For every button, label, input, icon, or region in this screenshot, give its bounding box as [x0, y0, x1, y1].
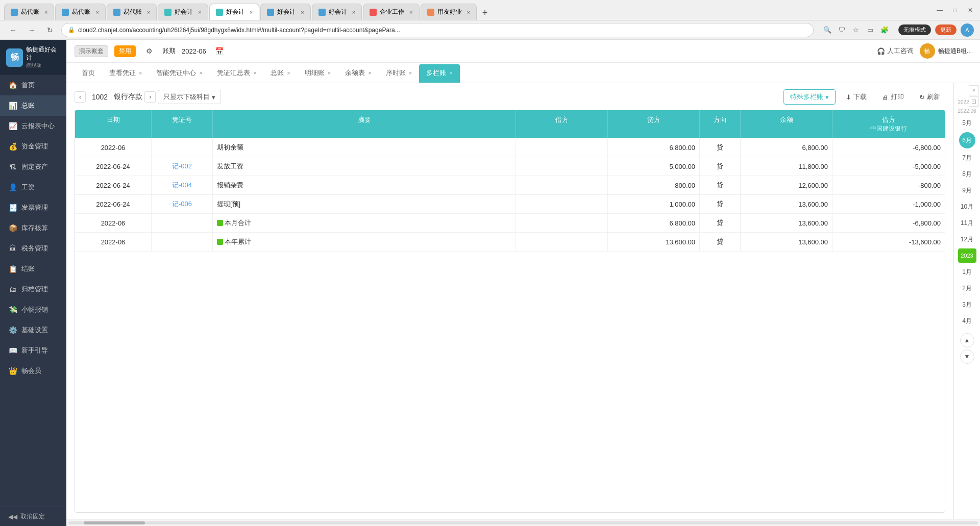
sidebar-item-archive[interactable]: 🗂 归档管理	[0, 279, 66, 299]
tab-close-icon[interactable]: ×	[467, 9, 470, 15]
tab-close-icon[interactable]: ×	[139, 70, 142, 76]
sidebar-item-tax[interactable]: 🏛 税务管理	[0, 238, 66, 259]
sidebar-item-settings[interactable]: ⚙️ 基础设置	[0, 320, 66, 340]
horizontal-scrollbar[interactable]	[66, 519, 980, 526]
tab-close-icon[interactable]: ×	[301, 9, 304, 15]
month-7[interactable]: 7月	[957, 151, 977, 165]
sidebar-item-funds[interactable]: 💰 资金管理	[0, 136, 66, 157]
sidebar-toggle-icon[interactable]: ▭	[865, 24, 876, 36]
multi-col-button[interactable]: 特殊多栏账 ▾	[783, 89, 836, 105]
tab-yidaizhang-3[interactable]: 易代账 ×	[107, 4, 157, 20]
shield-icon[interactable]: 🛡	[836, 24, 847, 36]
tab-balance[interactable]: 余额表 ×	[338, 64, 378, 83]
tab-close-icon[interactable]: ×	[368, 70, 371, 76]
tab-multi-col[interactable]: 多栏账 ×	[419, 64, 459, 83]
tab-close-icon[interactable]: ×	[409, 70, 412, 76]
month-11[interactable]: 11月	[957, 216, 977, 230]
tab-close-icon[interactable]: ×	[198, 9, 201, 15]
tab-haohuiji-2[interactable]: 好会计 ×	[209, 4, 259, 20]
tab-close-icon[interactable]: ×	[199, 70, 202, 76]
download-button[interactable]: ⬇ 下载	[841, 90, 872, 104]
tab-close-icon[interactable]: ×	[287, 70, 290, 76]
update-button[interactable]: 更新	[935, 24, 957, 35]
address-bar[interactable]: 🔒 cloud2.chanjet.com/accounting/uh26t264…	[61, 23, 814, 37]
tab-close-icon[interactable]: ×	[409, 9, 412, 15]
tab-close-icon[interactable]: ×	[95, 9, 99, 15]
sidebar-item-expense[interactable]: 💸 小畅报销	[0, 299, 66, 320]
tab-yidaizhang-2[interactable]: 易代账 ×	[55, 4, 105, 20]
month-5[interactable]: 5月	[957, 116, 977, 130]
sidebar-item-close-accounts[interactable]: 📋 结账	[0, 259, 66, 279]
tab-general-ledger[interactable]: 总账 ×	[263, 64, 297, 83]
back-button[interactable]: ←	[6, 23, 20, 37]
tab-close-icon[interactable]: ×	[44, 9, 47, 15]
tab-qiyegongzuo[interactable]: 企业工作 ×	[363, 4, 419, 20]
reload-button[interactable]: ↻	[43, 23, 57, 37]
user-badge[interactable]: 畅 畅捷通B组...	[920, 43, 972, 59]
tab-close-icon[interactable]: ×	[449, 70, 452, 76]
demo-badge[interactable]: 禁用	[114, 45, 136, 57]
calendar-icon[interactable]: 📅	[212, 44, 227, 58]
search-icon[interactable]: 🔍	[822, 24, 833, 36]
star-icon[interactable]: ☆	[850, 24, 862, 36]
print-button[interactable]: 🖨 打印	[877, 90, 909, 104]
tab-close-icon[interactable]: ×	[352, 9, 355, 15]
sidebar-item-inventory[interactable]: 📦 库存核算	[0, 218, 66, 238]
minimize-button[interactable]: —	[934, 5, 945, 16]
sidebar-unpin-button[interactable]: ◀◀ 取消固定	[0, 507, 66, 526]
forward-button[interactable]: →	[24, 23, 39, 37]
maximize-button[interactable]: □	[949, 5, 961, 16]
service-button[interactable]: 🎧 人工咨询	[877, 46, 914, 56]
extension-icon[interactable]: 🧩	[879, 24, 890, 36]
voucher-link-2[interactable]: 记-004	[172, 181, 192, 190]
panel-down-button[interactable]: ▼	[960, 349, 974, 364]
refresh-button[interactable]: ↻ 刷新	[914, 90, 945, 104]
sidebar-item-invoice[interactable]: 🧾 发票管理	[0, 197, 66, 218]
tab-close-icon[interactable]: ×	[328, 70, 331, 76]
month-4[interactable]: 4月	[957, 314, 977, 328]
month-2[interactable]: 2月	[957, 281, 977, 295]
tab-view-voucher[interactable]: 查看凭证 ×	[102, 64, 149, 83]
tab-close-icon[interactable]: ×	[250, 9, 253, 15]
filter-select[interactable]: 只显示下级科目 ▾	[158, 90, 221, 104]
tab-haohuiji-1[interactable]: 好会计 ×	[158, 4, 208, 20]
voucher-link-1[interactable]: 记-002	[172, 162, 192, 171]
month-8[interactable]: 8月	[957, 167, 977, 181]
sidebar-item-assets[interactable]: 🏗 固定资产	[0, 157, 66, 177]
settings-gear-icon[interactable]: ⚙	[142, 44, 156, 58]
tab-voucher-summary[interactable]: 凭证汇总表 ×	[210, 64, 263, 83]
tab-haohuiji-3[interactable]: 好会计 ×	[260, 4, 310, 20]
close-window-button[interactable]: ✕	[965, 5, 976, 16]
tab-smart-voucher[interactable]: 智能凭证中心 ×	[149, 64, 209, 83]
sidebar-item-salary[interactable]: 👤 工资	[0, 177, 66, 197]
panel-expand-button[interactable]: ⊡	[969, 96, 979, 107]
month-9[interactable]: 9月	[957, 183, 977, 197]
new-tab-button[interactable]: +	[478, 6, 492, 20]
tab-sequence-ledger[interactable]: 序时账 ×	[379, 64, 419, 83]
tab-yongyou[interactable]: 用友好业 ×	[421, 4, 477, 20]
month-3[interactable]: 3月	[957, 297, 977, 312]
sidebar-item-home[interactable]: 🏠 首页	[0, 75, 66, 95]
month-1[interactable]: 1月	[957, 265, 977, 279]
browser-user-avatar[interactable]: A	[961, 23, 974, 37]
sidebar-item-cloud-report[interactable]: 📈 云报表中心	[0, 116, 66, 136]
voucher-link-3[interactable]: 记-006	[172, 199, 192, 209]
tab-home[interactable]: 首页	[75, 64, 102, 83]
scrollbar-thumb[interactable]	[84, 521, 145, 524]
tab-yidaizhang-1[interactable]: 易代账 ×	[4, 4, 54, 20]
month-12[interactable]: 12月	[957, 232, 977, 246]
sidebar-item-guide[interactable]: 📖 新手引导	[0, 340, 66, 361]
account-next-button[interactable]: ›	[144, 91, 156, 103]
period-value[interactable]: 2022-06	[182, 47, 206, 55]
sidebar-item-member[interactable]: 👑 畅会员	[0, 361, 66, 381]
month-10[interactable]: 10月	[957, 199, 977, 214]
month-6[interactable]: 6月	[959, 132, 975, 148]
tab-detail-ledger[interactable]: 明细账 ×	[298, 64, 338, 83]
tab-haohuiji-4[interactable]: 好会计 ×	[312, 4, 362, 20]
incognito-button[interactable]: 无痕模式	[898, 24, 931, 35]
tab-close-icon[interactable]: ×	[253, 70, 256, 76]
sidebar-item-ledger[interactable]: 📊 总账	[0, 95, 66, 116]
tab-close-icon[interactable]: ×	[147, 9, 150, 15]
panel-up-button[interactable]: ▲	[960, 333, 974, 347]
panel-close-button[interactable]: ×	[969, 85, 979, 95]
